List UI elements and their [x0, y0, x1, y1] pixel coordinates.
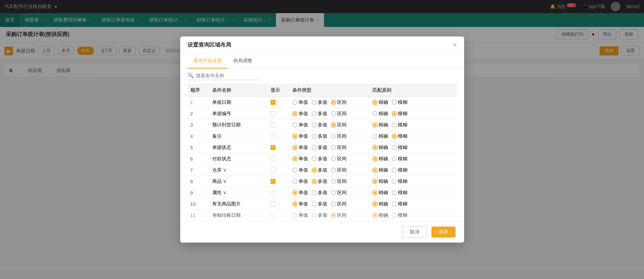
type-multi[interactable]: 多值: [312, 212, 327, 219]
type-single[interactable]: 单值: [292, 144, 308, 151]
match-fuzzy[interactable]: 模糊: [392, 156, 407, 162]
dialog-tab-query[interactable]: 查询字段设置: [187, 54, 228, 68]
match-exact[interactable]: 精确: [372, 167, 388, 173]
type-range[interactable]: 区间: [331, 156, 347, 162]
type-multi[interactable]: 多值: [312, 189, 327, 196]
match-exact[interactable]: 精确: [372, 212, 388, 219]
type-single[interactable]: 单值: [292, 189, 308, 196]
type-single[interactable]: 单值: [292, 156, 308, 162]
row-display[interactable]: [268, 201, 289, 207]
row-name: 单据日期: [209, 99, 268, 106]
row-display[interactable]: [268, 213, 289, 218]
match-fuzzy[interactable]: 模糊: [392, 110, 407, 117]
type-single[interactable]: 单值: [292, 110, 308, 117]
match-exact[interactable]: 精确: [372, 156, 388, 162]
type-range[interactable]: 区间: [331, 189, 347, 196]
match-exact[interactable]: 精确: [372, 99, 388, 106]
checkbox[interactable]: [270, 134, 276, 139]
checkbox[interactable]: [270, 201, 276, 207]
match-exact[interactable]: 精确: [372, 189, 388, 196]
row-display[interactable]: [268, 111, 289, 116]
match-fuzzy[interactable]: 模糊: [392, 144, 407, 151]
match-fuzzy[interactable]: 模糊: [392, 212, 407, 219]
type-multi[interactable]: 多值: [312, 167, 327, 173]
type-range[interactable]: 区间: [331, 99, 347, 106]
row-match: 精确 模糊: [370, 122, 442, 128]
table-row: 5 单据状态 单值 多值 区间 精确 模糊: [187, 142, 457, 153]
match-exact[interactable]: 精确: [372, 122, 388, 128]
type-range[interactable]: 区间: [331, 122, 347, 128]
radio-circle: [392, 145, 397, 150]
match-exact[interactable]: 精确: [372, 133, 388, 140]
match-exact[interactable]: 精确: [372, 144, 388, 151]
radio-circle: [331, 179, 336, 184]
type-multi[interactable]: 多值: [312, 156, 327, 162]
row-display[interactable]: [268, 156, 289, 161]
match-exact[interactable]: 精确: [372, 201, 388, 207]
cancel-button[interactable]: 取消: [402, 226, 427, 238]
row-display[interactable]: [268, 190, 289, 195]
checkbox[interactable]: [270, 179, 276, 184]
checkbox[interactable]: [270, 111, 276, 116]
table-row: 3 预计到货日期 单值 多值 区间 精确 模糊: [187, 119, 457, 131]
type-range[interactable]: 区间: [331, 178, 347, 185]
type-range[interactable]: 区间: [331, 212, 347, 219]
dialog-tab-layout[interactable]: 布局调整: [228, 54, 258, 68]
row-display[interactable]: [268, 145, 289, 150]
match-fuzzy[interactable]: 模糊: [392, 178, 407, 185]
type-single[interactable]: 单值: [292, 167, 308, 173]
row-display[interactable]: [268, 100, 289, 105]
radio-circle: [292, 145, 297, 150]
row-display[interactable]: [268, 179, 289, 184]
type-multi[interactable]: 多值: [312, 133, 327, 140]
match-fuzzy[interactable]: 模糊: [392, 122, 407, 128]
radio-circle: [392, 156, 397, 161]
row-order: 10: [190, 201, 195, 207]
type-range[interactable]: 区间: [331, 201, 347, 207]
type-multi[interactable]: 多值: [312, 144, 327, 151]
match-fuzzy[interactable]: 模糊: [392, 99, 407, 106]
row-display[interactable]: [268, 168, 289, 173]
match-fuzzy[interactable]: 模糊: [392, 167, 407, 173]
type-single[interactable]: 单值: [292, 133, 308, 140]
row-type: 单值 多值 区间: [289, 133, 370, 140]
row-display[interactable]: [268, 122, 289, 127]
type-range[interactable]: 区间: [331, 167, 347, 173]
radio-circle: [312, 145, 317, 150]
checkbox[interactable]: [270, 168, 276, 173]
row-type: 单值 多值 区间: [289, 189, 370, 196]
search-input[interactable]: [196, 73, 254, 78]
match-exact[interactable]: 精确: [372, 110, 388, 117]
type-single[interactable]: 单值: [292, 122, 308, 128]
checkbox[interactable]: [270, 213, 276, 218]
type-range[interactable]: 区间: [331, 110, 347, 117]
match-fuzzy[interactable]: 模糊: [392, 189, 407, 196]
type-multi[interactable]: 多值: [312, 178, 327, 185]
match-fuzzy[interactable]: 模糊: [392, 201, 407, 207]
checkbox[interactable]: [270, 190, 276, 195]
checkbox[interactable]: [270, 156, 276, 161]
type-range[interactable]: 区间: [331, 133, 347, 140]
checkbox[interactable]: [270, 122, 276, 127]
dialog-close-button[interactable]: ×: [453, 41, 457, 49]
row-display[interactable]: [268, 134, 289, 139]
type-single[interactable]: 单值: [292, 178, 308, 185]
type-multi[interactable]: 多值: [312, 99, 327, 106]
type-single[interactable]: 单值: [292, 201, 308, 207]
col-name: 条件名称: [209, 87, 268, 94]
checkbox[interactable]: [270, 100, 276, 105]
match-exact[interactable]: 精确: [372, 178, 388, 185]
save-button[interactable]: 保存: [431, 227, 455, 237]
match-fuzzy[interactable]: 模糊: [392, 133, 407, 140]
type-single[interactable]: 单值: [292, 99, 308, 106]
radio-circle: [292, 190, 297, 195]
checkbox[interactable]: [270, 145, 276, 150]
type-range[interactable]: 区间: [331, 144, 347, 151]
type-multi[interactable]: 多值: [312, 201, 327, 207]
row-match: 精确 模糊: [370, 212, 442, 219]
type-multi[interactable]: 多值: [312, 110, 327, 117]
row-match: 精确 模糊: [370, 167, 442, 173]
row-name: 预计到货日期: [209, 122, 268, 128]
type-single[interactable]: 单值: [292, 212, 308, 219]
type-multi[interactable]: 多值: [312, 122, 327, 128]
